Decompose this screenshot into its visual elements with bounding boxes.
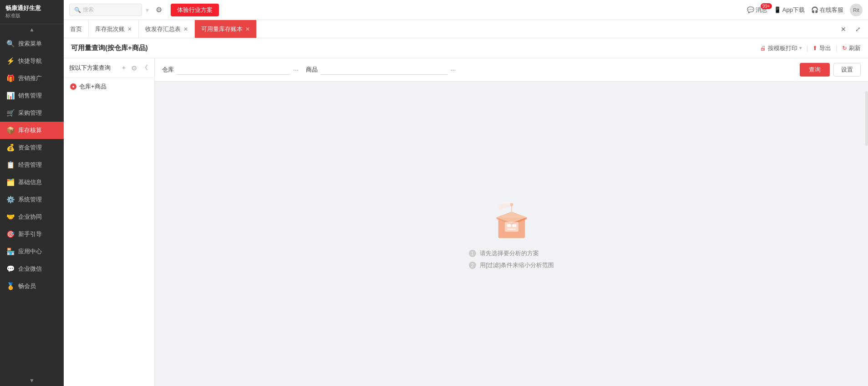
topbar-search-box[interactable]: 🔍 搜索 xyxy=(69,4,142,16)
newbie-icon: 🎯 xyxy=(6,230,15,238)
tab-receiptsummary[interactable]: 收发存汇总表 ✕ xyxy=(139,20,195,38)
left-panel-header: 按以下方案查询 ＋ ⊙ 《 xyxy=(64,58,154,78)
topbar: 🔍 搜索 ▾ ⚙ 体验行业方案 💬 消息 99+ 📱 App下载 🎧 在线客服 … xyxy=(64,0,868,20)
export-link[interactable]: ⬆ 导出 xyxy=(812,44,831,52)
add-scheme-button[interactable]: ＋ xyxy=(120,63,128,73)
edition-label: 标准版 xyxy=(5,12,58,19)
app-name: 畅康通好生意 xyxy=(5,5,58,12)
tabbar-actions: ✕ ⤢ xyxy=(833,23,868,36)
sales-icon: 📊 xyxy=(6,92,15,100)
notification-icon: 💬 xyxy=(747,6,754,13)
divider1: | xyxy=(807,45,808,52)
vip-icon: 🏅 xyxy=(6,282,15,290)
empty-tip-2: 2 用[过滤]条件来缩小分析范围 xyxy=(469,261,554,269)
sidebar-item-appstore[interactable]: 🏪 应用中心 xyxy=(0,243,64,260)
tab-close-receiptsummary[interactable]: ✕ xyxy=(183,26,188,32)
sidebar-item-marketing[interactable]: 🎁 营销推广 xyxy=(0,70,64,87)
product-more-icon[interactable]: ··· xyxy=(451,66,456,73)
tip-num-2: 2 xyxy=(469,262,476,269)
sidebar-item-operations[interactable]: 📋 经营管理 xyxy=(0,156,64,174)
tab-close-all-button[interactable]: ✕ xyxy=(837,23,850,36)
inventory-icon: 📦 xyxy=(6,126,15,134)
warehouse-filter-label: 仓库 xyxy=(162,66,174,74)
sidebar-item-enterprise[interactable]: 🤝 企业协同 xyxy=(0,208,64,226)
notification-badge: 99+ xyxy=(761,3,772,9)
export-icon: ⬆ xyxy=(812,45,817,51)
sidebar-item-sales[interactable]: 📊 销售管理 xyxy=(0,87,64,104)
svg-rect-1 xyxy=(505,222,518,232)
template-print-dropdown-icon[interactable]: ▾ xyxy=(799,45,802,51)
sidebar-item-basicinfo[interactable]: 🗂️ 基础信息 xyxy=(0,174,64,191)
topbar-right: 💬 消息 99+ 📱 App下载 🎧 在线客服 Rit xyxy=(747,4,863,16)
left-panel: 按以下方案查询 ＋ ⊙ 《 ● 仓库+商品 xyxy=(64,58,155,386)
search-icon-small: 🔍 xyxy=(74,7,81,13)
system-icon: ⚙️ xyxy=(6,196,15,204)
online-service-link[interactable]: 🎧 在线客服 xyxy=(811,6,843,14)
scheme-item-warehouse-product[interactable]: ● 仓库+商品 xyxy=(64,78,154,95)
collapse-panel-button[interactable]: 《 xyxy=(141,63,149,73)
svg-rect-4 xyxy=(507,229,515,230)
purchase-icon: 🛒 xyxy=(6,109,15,117)
sidebar-item-shortcut[interactable]: ⚡ 快捷导航 xyxy=(0,52,64,70)
tab-close-availableledger[interactable]: ✕ xyxy=(245,26,250,32)
operations-icon: 📋 xyxy=(6,161,15,169)
empty-tip-1: 1 请先选择要分析的方案 xyxy=(469,249,554,257)
sidebar-nav: 🔍 搜索菜单 ⚡ 快捷导航 🎁 营销推广 📊 销售管理 🛒 采购管理 📦 库存核… xyxy=(0,35,64,375)
page-title: 可用量查询(按仓库+商品) xyxy=(71,44,755,52)
template-print-link[interactable]: 🖨 按模板打印 ▾ xyxy=(760,44,802,52)
scrollbar-thumb[interactable] xyxy=(865,91,868,146)
svg-rect-2 xyxy=(507,224,511,227)
wechat-icon: 💬 xyxy=(6,265,15,273)
refresh-link[interactable]: ↻ 刷新 xyxy=(842,44,861,52)
sidebar-scroll-up[interactable]: ▲ xyxy=(0,24,64,35)
headset-icon: 🎧 xyxy=(811,6,818,13)
sidebar-logo: 畅康通好生意 标准版 xyxy=(0,0,64,24)
svg-point-8 xyxy=(501,203,507,209)
empty-illustration xyxy=(489,198,534,244)
filter-bar: 仓库 ··· 商品 ··· 查询 设置 xyxy=(155,58,868,82)
tabbar: 首页 库存批次账 ✕ 收发存汇总表 ✕ 可用量库存账本 ✕ ✕ ⤢ xyxy=(64,20,868,38)
svg-point-9 xyxy=(506,203,511,207)
tab-expand-button[interactable]: ⤢ xyxy=(852,23,864,36)
main-content: 🔍 搜索 ▾ ⚙ 体验行业方案 💬 消息 99+ 📱 App下载 🎧 在线客服 … xyxy=(64,0,868,386)
sidebar-item-inventory[interactable]: 📦 库存核算 xyxy=(0,122,64,139)
empty-state: 1 请先选择要分析的方案 2 用[过滤]条件来缩小分析范围 xyxy=(155,82,868,386)
right-panel: 仓库 ··· 商品 ··· 查询 设置 xyxy=(155,58,868,386)
sidebar-item-wechat[interactable]: 💬 企业微信 xyxy=(0,260,64,278)
basicinfo-icon: 🗂️ xyxy=(6,178,15,186)
tab-batchledger[interactable]: 库存批次账 ✕ xyxy=(89,20,139,38)
search-icon: 🔍 xyxy=(6,40,15,48)
tab-availableledger[interactable]: 可用量库存账本 ✕ xyxy=(195,20,257,38)
page-header: 可用量查询(按仓库+商品) 🖨 按模板打印 ▾ | ⬆ 导出 | ↻ 刷新 xyxy=(64,38,868,58)
sidebar-item-system[interactable]: ⚙️ 系统管理 xyxy=(0,191,64,208)
page-header-actions: 🖨 按模板打印 ▾ | ⬆ 导出 | ↻ 刷新 xyxy=(760,44,861,52)
search-dropdown-icon[interactable]: ▾ xyxy=(146,6,149,14)
scheme-header-label: 按以下方案查询 xyxy=(69,64,117,72)
sidebar-item-purchase[interactable]: 🛒 采购管理 xyxy=(0,104,64,122)
sidebar-item-funds[interactable]: 💰 资金管理 xyxy=(0,139,64,156)
app-download-icon: 📱 xyxy=(774,6,781,13)
manage-scheme-button[interactable]: ⊙ xyxy=(131,63,138,72)
sidebar-item-vip[interactable]: 🏅 畅会员 xyxy=(0,278,64,295)
gear-button[interactable]: ⚙ xyxy=(152,4,165,16)
tab-home[interactable]: 首页 xyxy=(64,20,89,38)
app-download-link[interactable]: 📱 App下载 xyxy=(774,6,805,14)
avatar[interactable]: Rit xyxy=(850,4,863,16)
trial-btn[interactable]: 体验行业方案 xyxy=(171,4,219,16)
query-button[interactable]: 查询 xyxy=(800,63,830,77)
appstore-icon: 🏪 xyxy=(6,247,15,256)
sidebar-item-search[interactable]: 🔍 搜索菜单 xyxy=(0,35,64,52)
sidebar-item-newbie[interactable]: 🎯 新手引导 xyxy=(0,226,64,243)
product-filter-label: 商品 xyxy=(306,66,318,74)
product-input[interactable] xyxy=(320,65,448,75)
print-icon: 🖨 xyxy=(760,45,766,51)
filter-product: 商品 ··· xyxy=(306,65,456,75)
notification-link[interactable]: 💬 消息 99+ xyxy=(747,6,767,14)
tip-num-1: 1 xyxy=(469,250,476,257)
warehouse-input[interactable] xyxy=(177,65,290,75)
settings-button[interactable]: 设置 xyxy=(833,63,861,77)
warehouse-more-icon[interactable]: ··· xyxy=(293,66,299,73)
shortcut-icon: ⚡ xyxy=(6,57,15,65)
sidebar-scroll-down[interactable]: ▼ xyxy=(0,375,64,386)
tab-close-batchledger[interactable]: ✕ xyxy=(127,26,132,32)
